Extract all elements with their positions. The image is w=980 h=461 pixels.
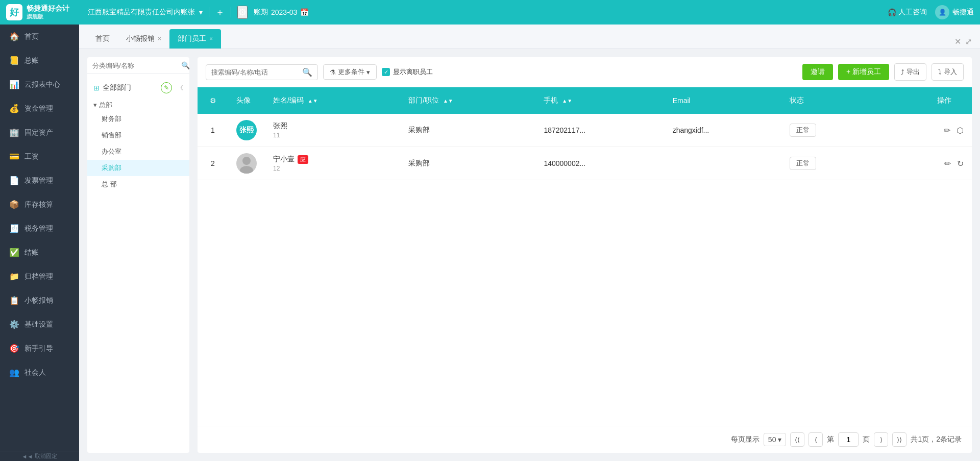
sidebar-item-close[interactable]: ✅ 结账	[0, 240, 79, 264]
tab-expense-close[interactable]: ×	[158, 35, 161, 42]
employee-table-container: ⚙ 头像 姓名/编码 ▲▼ 部门/职位 ▲▼	[198, 87, 972, 426]
sidebar-item-inventory[interactable]: 📦 库存核算	[0, 192, 79, 216]
sort-icon: ▲▼	[562, 99, 572, 104]
cancel-fixed-button[interactable]: ◄◄ 取消固定	[0, 451, 79, 461]
sidebar-item-assets[interactable]: 🏢 固定资产	[0, 120, 79, 144]
user-menu[interactable]: 👤 畅捷通	[935, 5, 974, 19]
tab-expense[interactable]: 小畅报销 ×	[118, 29, 169, 48]
edit-icon[interactable]: ✏	[944, 159, 951, 168]
sidebar-item-label: 资金管理	[24, 104, 53, 113]
status-badge: 正常	[790, 124, 816, 137]
sidebar-item-reports[interactable]: 📊 云报表中心	[0, 72, 79, 96]
tab-close-button[interactable]: ✕	[954, 37, 961, 46]
svg-point-1	[240, 166, 253, 174]
tab-home[interactable]: 首页	[87, 29, 118, 48]
invoice-icon: 📄	[9, 176, 19, 185]
dept-parent-head: ▾ 总部	[87, 98, 189, 111]
divider2	[231, 7, 231, 17]
avatar-gray	[236, 153, 257, 174]
th-avatar: 头像	[228, 87, 265, 114]
settings-nav-icon: ⚙️	[9, 320, 19, 329]
dept-child-purchase[interactable]: 采购部	[87, 160, 189, 176]
prev-page-button[interactable]: ⟨	[808, 432, 823, 447]
sidebar-item-label: 税务管理	[24, 224, 53, 233]
period-selector[interactable]: 账期 2023-03 📅	[254, 8, 309, 17]
employee-search-input[interactable]	[211, 68, 299, 76]
dept-child-finance[interactable]: 财务部	[87, 111, 189, 127]
sidebar-item-tax[interactable]: 🧾 税务管理	[0, 216, 79, 240]
exit-icon[interactable]: ⬡	[957, 126, 964, 135]
search-icon[interactable]: 🔍	[181, 61, 189, 69]
sidebar-item-expense[interactable]: 📋 小畅报销	[0, 288, 79, 312]
row-name-code: 宁小壹 应 12	[265, 147, 400, 180]
sidebar-item-label: 新手引导	[24, 344, 53, 353]
tab-expand-button[interactable]: ⤢	[965, 37, 972, 46]
next-page-button[interactable]: ⟩	[874, 432, 888, 447]
edit-icon[interactable]: ✏	[944, 126, 950, 135]
page-size-select[interactable]: 50 ▾	[764, 433, 787, 446]
sidebar-item-funds[interactable]: 💰 资金管理	[0, 96, 79, 120]
refresh-icon[interactable]: ↻	[957, 159, 964, 168]
sidebar-item-label: 基础设置	[24, 320, 53, 329]
export-button[interactable]: ⤴ 导出	[894, 63, 926, 81]
row-status: 正常	[781, 114, 876, 147]
row-name-code: 张熙 11	[265, 114, 400, 147]
sidebar-item-guide[interactable]: 🎯 新手引导	[0, 336, 79, 360]
tab-expense-label: 小畅报销	[126, 34, 155, 43]
import-button[interactable]: ⤵ 导入	[932, 63, 964, 81]
ledger-icon: 📒	[9, 56, 19, 65]
all-dept-item[interactable]: ⊞ 全部部门 ✎ 《	[87, 78, 189, 98]
avatar-circle: 张熙	[236, 120, 257, 140]
show-resigned-label: 显示离职员工	[393, 67, 433, 77]
period-label: 账期	[254, 8, 268, 17]
search-icon[interactable]: 🔍	[302, 67, 312, 77]
total-info: 共1页，2条记录	[911, 435, 962, 444]
th-dept-position[interactable]: 部门/职位 ▲▼	[400, 87, 535, 114]
service-button[interactable]: 🎧 人工咨询	[888, 8, 927, 17]
import-label: 导入	[944, 67, 957, 77]
filter-button[interactable]: ⚗ 更多条件 ▾	[323, 64, 377, 80]
settings-button[interactable]: ⚙	[237, 6, 248, 19]
sidebar-item-invoice[interactable]: 📄 发票管理	[0, 168, 79, 192]
th-email: Email	[665, 87, 782, 114]
tab-bar: 首页 小畅报销 × 部门员工 × ✕ ⤢	[79, 25, 980, 49]
settings-icon[interactable]: ⚙	[206, 93, 220, 108]
grid-icon: ⊞	[93, 84, 100, 92]
page-size-value: 50	[768, 435, 776, 444]
page-number-input[interactable]	[838, 432, 859, 447]
th-name-code[interactable]: 姓名/编码 ▲▼	[265, 87, 400, 114]
assets-icon: 🏢	[9, 128, 19, 137]
toolbar-right-actions: 邀请 + 新增员工 ⤴ 导出 ⤵ 导入	[802, 63, 964, 81]
calendar-icon[interactable]: 📅	[300, 8, 309, 16]
add-button[interactable]: ＋	[215, 6, 225, 18]
sidebar-item-settings[interactable]: ⚙️ 基础设置	[0, 312, 79, 336]
dept-search-input[interactable]	[92, 62, 178, 69]
sidebar-item-archive[interactable]: 📁 归档管理	[0, 264, 79, 288]
sidebar-item-home[interactable]: 🏠 首页	[0, 25, 79, 48]
add-employee-button[interactable]: + 新增员工	[838, 64, 889, 80]
invite-button[interactable]: 邀请	[802, 64, 833, 80]
collapse-icon[interactable]: 《	[177, 84, 183, 92]
topbar-right: 🎧 人工咨询 👤 畅捷通	[888, 5, 974, 19]
tab-employee[interactable]: 部门员工 ×	[169, 29, 221, 48]
sidebar-item-social[interactable]: 👥 社会人	[0, 360, 79, 384]
edit-dept-button[interactable]: ✎	[161, 82, 172, 93]
last-page-button[interactable]: ⟩⟩	[892, 432, 906, 447]
company-selector[interactable]: 江西服宝精品有限责任公司内账张 ▾	[88, 8, 203, 17]
sidebar-item-salary[interactable]: 💳 工资	[0, 144, 79, 168]
th-phone[interactable]: 手机 ▲▼	[535, 87, 664, 114]
svg-point-0	[242, 157, 251, 165]
tab-employee-close[interactable]: ×	[209, 35, 213, 42]
first-page-button[interactable]: ⟨⟨	[790, 432, 804, 447]
show-resigned-checkbox[interactable]: ✓ 显示离职员工	[382, 67, 433, 77]
service-label: 人工咨询	[898, 8, 927, 17]
dept-child-general[interactable]: 总 部	[87, 176, 189, 192]
sidebar-item-label: 归档管理	[24, 272, 53, 281]
app-logo: 好 畅捷通好会计 旗舰版	[6, 4, 83, 20]
all-dept-label: 全部部门	[103, 83, 131, 92]
right-panel: 🔍 ⚗ 更多条件 ▾ ✓ 显示离职员工 邀请 + 新增员工	[198, 57, 972, 453]
dept-child-sales[interactable]: 销售部	[87, 127, 189, 143]
chevron-down-icon[interactable]: ▾	[199, 8, 203, 16]
sidebar-item-ledger[interactable]: 📒 总账	[0, 48, 79, 72]
dept-child-office[interactable]: 办公室	[87, 143, 189, 160]
